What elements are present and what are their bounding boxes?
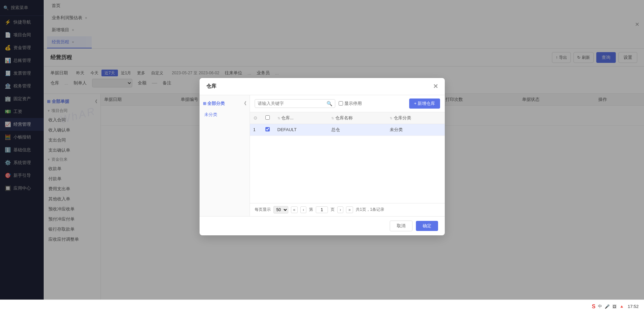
taskbar-icon-3: 🎤 bbox=[605, 304, 610, 309]
search-icon: 🔍 bbox=[327, 101, 332, 106]
add-warehouse-button[interactable]: + 新增仓库 bbox=[409, 99, 440, 109]
warehouse-dialog: 仓库 ✕ ⊞ 全部分类 《 未分类 bbox=[200, 78, 445, 235]
row-category: 未分类 bbox=[386, 124, 445, 135]
dialog-first-page-btn[interactable]: « bbox=[291, 206, 298, 213]
dialog-footer: 取消 确定 bbox=[200, 216, 445, 235]
col-code: ⇅ 仓库... bbox=[274, 112, 328, 124]
taskbar-icons: S 中 🎤 🖼 🔺 bbox=[592, 304, 625, 310]
dialog-table-wrap: ⚙ ⇅ 仓库... ⇅ bbox=[250, 112, 445, 203]
dialog-total: 共1页，1条记录 bbox=[356, 207, 384, 212]
col-category-sort[interactable]: ⇅ bbox=[390, 116, 392, 120]
col-category: ⇅ 仓库分类 bbox=[386, 112, 445, 124]
dialog-left-header: ⊞ 全部分类 《 bbox=[200, 98, 250, 109]
row-idx: 1 bbox=[250, 124, 262, 135]
dialog-left-items: 未分类 bbox=[200, 109, 250, 120]
dialog-per-page-label: 每页显示 bbox=[255, 207, 271, 212]
taskbar-icon-2: 中 bbox=[598, 304, 602, 309]
dialog-right-panel: 🔍 显示停用 + 新增仓库 ⚙ bbox=[250, 95, 445, 216]
confirm-button[interactable]: 确定 bbox=[416, 221, 438, 231]
row-checkbox[interactable] bbox=[262, 124, 274, 135]
grid-icon: ⊞ bbox=[203, 101, 206, 106]
dialog-left-panel: ⊞ 全部分类 《 未分类 bbox=[200, 95, 250, 216]
col-name: ⇅ 仓库名称 bbox=[328, 112, 386, 124]
dialog-left-toggle[interactable]: 《 bbox=[242, 101, 246, 107]
col-name-sort[interactable]: ⇅ bbox=[331, 116, 334, 120]
dialog-page-suffix: 页 bbox=[331, 207, 335, 212]
show-disabled-label[interactable]: 显示停用 bbox=[339, 101, 362, 107]
search-input[interactable] bbox=[258, 101, 325, 106]
select-all-checkbox[interactable] bbox=[265, 115, 270, 120]
dialog-pagination: 每页显示 50 « ‹ 第 页 › » 共1页，1条记录 bbox=[250, 203, 445, 216]
dialog-all-category: ⊞ 全部分类 bbox=[203, 101, 225, 107]
col-name-label: 仓库名称 bbox=[335, 115, 353, 120]
dialog-page-input[interactable] bbox=[316, 206, 328, 213]
taskbar-icon-5: 🔺 bbox=[619, 304, 624, 309]
show-disabled-checkbox[interactable] bbox=[339, 101, 343, 106]
col-checkbox-header bbox=[262, 112, 274, 124]
dialog-per-page-select[interactable]: 50 bbox=[273, 206, 288, 213]
taskbar-time: 17:52 bbox=[628, 304, 639, 309]
dialog-settings-icon[interactable]: ⚙ bbox=[253, 115, 258, 121]
dialog-close-icon[interactable]: ✕ bbox=[433, 83, 438, 90]
row-code: DEFAULT bbox=[274, 124, 328, 135]
row-check[interactable] bbox=[265, 127, 270, 131]
dialog-toolbar: 🔍 显示停用 + 新增仓库 bbox=[250, 95, 445, 112]
dialog-last-page-btn[interactable]: » bbox=[346, 206, 353, 213]
dialog-table: ⚙ ⇅ 仓库... ⇅ bbox=[250, 112, 445, 136]
dialog-page-label: 第 bbox=[309, 207, 313, 212]
dialog-prev-page-btn[interactable]: ‹ bbox=[300, 206, 306, 213]
col-category-label: 仓库分类 bbox=[394, 115, 411, 120]
taskbar: S 中 🎤 🖼 🔺 17:52 bbox=[0, 300, 644, 313]
col-code-sort[interactable]: ⇅ bbox=[277, 116, 280, 120]
row-name: 总仓 bbox=[328, 124, 386, 135]
dialog-next-page-btn[interactable]: › bbox=[337, 206, 343, 213]
dialog-body: ⊞ 全部分类 《 未分类 🔍 显示 bbox=[200, 95, 445, 216]
taskbar-icon-4: 🖼 bbox=[612, 304, 616, 309]
dialog-header: 仓库 ✕ bbox=[200, 78, 445, 95]
dialog-title: 仓库 bbox=[206, 83, 216, 89]
dialog-table-row[interactable]: 1 DEFAULT 总仓 未分类 bbox=[250, 124, 445, 135]
dialog-category-未分类[interactable]: 未分类 bbox=[200, 109, 250, 120]
cancel-button[interactable]: 取消 bbox=[390, 221, 413, 231]
overlay: 仓库 ✕ ⊞ 全部分类 《 未分类 bbox=[0, 0, 644, 313]
col-code-label: 仓库... bbox=[281, 115, 294, 120]
taskbar-icon-1: S bbox=[592, 304, 596, 310]
search-box: 🔍 bbox=[255, 99, 335, 108]
col-settings: ⚙ bbox=[250, 112, 262, 124]
